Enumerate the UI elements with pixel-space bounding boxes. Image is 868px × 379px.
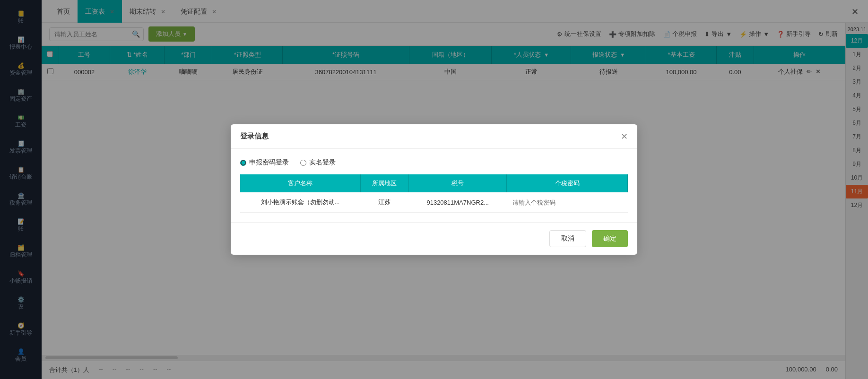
login-info-modal: 登录信息 ✕ 申报密码登录 实名登录 客户名称	[231, 124, 637, 255]
login-cell-name: 刘小艳演示账套（勿删勿动...	[240, 192, 360, 213]
login-accounts-table: 客户名称 所属地区 税号 个税密码	[240, 174, 628, 213]
radio-declare-password[interactable]: 申报密码登录	[240, 158, 289, 167]
modal-body: 申报密码登录 实名登录 客户名称 所属地区	[231, 149, 637, 222]
radio-real-name-input[interactable]	[300, 160, 306, 166]
login-cell-password[interactable]	[507, 192, 628, 213]
login-method-radio-group: 申报密码登录 实名登录	[240, 158, 628, 167]
modal-overlay: 登录信息 ✕ 申报密码登录 实名登录 客户名称	[0, 0, 868, 379]
modal-header: 登录信息 ✕	[231, 124, 637, 149]
confirm-button[interactable]: 确定	[592, 230, 628, 247]
modal-title: 登录信息	[240, 132, 269, 141]
radio-declare-password-input[interactable]	[240, 160, 246, 166]
login-table-col-region: 所属地区	[360, 174, 409, 192]
login-cell-taxno: 91320811MA7NGR2...	[409, 192, 507, 213]
radio-real-name[interactable]: 实名登录	[300, 158, 336, 167]
modal-close-button[interactable]: ✕	[621, 132, 628, 141]
login-table-row: 刘小艳演示账套（勿删勿动... 江苏 91320811MA7NGR2...	[240, 192, 628, 213]
login-table-col-name: 客户名称	[240, 174, 360, 192]
cancel-button[interactable]: 取消	[549, 230, 586, 247]
tax-password-input[interactable]	[512, 199, 622, 206]
modal-footer: 取消 确定	[231, 222, 637, 255]
login-table-col-taxno: 税号	[409, 174, 507, 192]
login-table-col-password: 个税密码	[507, 174, 628, 192]
login-cell-region: 江苏	[360, 192, 409, 213]
